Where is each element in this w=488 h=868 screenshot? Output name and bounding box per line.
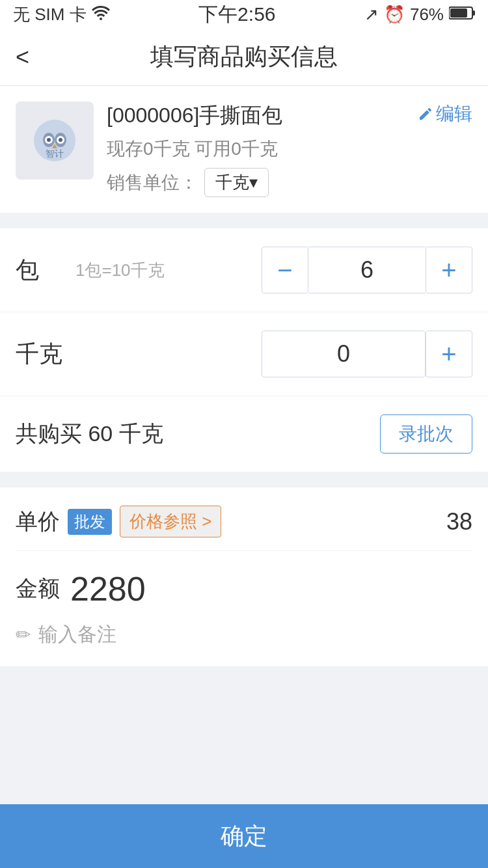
svg-rect-2 <box>450 8 467 18</box>
product-stock: 现存0千克 可用0千克 <box>107 137 472 161</box>
quantity-row-pack: 包 1包=10千克 − + <box>0 228 488 312</box>
product-header: [0000006]手撕面包 编辑 <box>107 102 472 130</box>
divider-2 <box>0 477 488 487</box>
unit-kg-label: 千克 <box>16 338 68 370</box>
quantity-controls-pack: − + <box>262 247 472 293</box>
page-title: 填写商品购买信息 <box>150 41 338 73</box>
location-icon: ↗ <box>364 5 379 25</box>
unit-pack-label: 包 <box>16 254 68 286</box>
product-unit: 销售单位： 千克▾ <box>107 168 472 197</box>
divider-1 <box>0 218 488 228</box>
wifi-icon <box>92 5 110 25</box>
battery-text: 76% <box>410 5 444 25</box>
total-label: 共购买 <box>16 421 82 446</box>
quantity-kg-input[interactable] <box>262 331 426 377</box>
back-button[interactable]: < <box>16 44 29 71</box>
unit-label: 销售单位： <box>107 170 198 195</box>
status-left: 无 SIM 卡 <box>13 3 110 26</box>
increment-kg-button[interactable]: + <box>426 331 472 377</box>
svg-point-9 <box>59 138 62 142</box>
status-right: ↗ ⏰ 76% <box>364 5 475 25</box>
price-row: 单价 批发 价格参照 > 38 <box>16 506 472 551</box>
carrier-text: 无 SIM 卡 <box>13 3 87 26</box>
svg-rect-1 <box>472 10 475 16</box>
quantity-controls-kg: + <box>262 331 472 377</box>
confirm-button-label: 确定 <box>221 821 267 852</box>
battery-icon <box>449 5 475 25</box>
unit-select[interactable]: 千克▾ <box>204 168 269 197</box>
amount-label: 金额 <box>16 574 60 604</box>
unit-pack-hint: 1包=10千克 <box>75 259 262 282</box>
price-section: 单价 批发 价格参照 > 38 <box>0 487 488 551</box>
product-info: [0000006]手撕面包 编辑 现存0千克 可用0千克 销售单位： 千克▾ <box>107 102 472 197</box>
total-text: 共购买 60 千克 <box>16 419 163 449</box>
remark-text: 输入备注 <box>38 621 116 648</box>
total-amount: 60 <box>88 421 118 446</box>
confirm-button[interactable]: 确定 <box>0 804 488 868</box>
status-bar: 无 SIM 卡 下午2:56 ↗ ⏰ 76% <box>0 0 488 29</box>
nav-bar: < 填写商品购买信息 <box>0 29 488 86</box>
edit-button[interactable]: 编辑 <box>418 102 472 126</box>
price-label: 单价 <box>16 507 60 537</box>
total-row: 共购买 60 千克 录批次 <box>0 396 488 477</box>
amount-section: 金额 2280 ✏ 输入备注 <box>0 551 488 666</box>
quantity-section: 包 1包=10千克 − + 千克 + <box>0 228 488 396</box>
price-left: 单价 批发 价格参照 > <box>16 506 221 537</box>
status-time: 下午2:56 <box>198 1 275 28</box>
amount-row: 金额 2280 <box>16 569 472 608</box>
product-card: 智计 [0000006]手撕面包 编辑 现存0千克 可用0千克 销售单位： 千克… <box>0 86 488 218</box>
decrement-pack-button[interactable]: − <box>262 247 308 293</box>
remark-row[interactable]: ✏ 输入备注 <box>16 621 472 648</box>
alarm-icon: ⏰ <box>384 5 405 25</box>
product-image: 智计 <box>16 102 94 180</box>
quantity-pack-input[interactable] <box>308 247 426 293</box>
svg-text:智计: 智计 <box>46 148 64 159</box>
price-badge: 批发 <box>68 509 112 535</box>
edit-label: 编辑 <box>436 102 472 126</box>
batch-button[interactable]: 录批次 <box>380 414 472 454</box>
product-name: [0000006]手撕面包 <box>107 102 418 130</box>
svg-point-8 <box>47 138 51 142</box>
price-ref-button[interactable]: 价格参照 > <box>120 506 221 537</box>
total-unit: 千克 <box>119 421 163 446</box>
quantity-row-kg: 千克 + <box>0 312 488 396</box>
amount-value: 2280 <box>70 569 146 608</box>
main-content: < 填写商品购买信息 智计 [0000006]手撕面包 <box>0 29 488 868</box>
remark-icon: ✏ <box>16 624 31 645</box>
price-value: 38 <box>446 508 472 536</box>
increment-pack-button[interactable]: + <box>426 247 472 293</box>
